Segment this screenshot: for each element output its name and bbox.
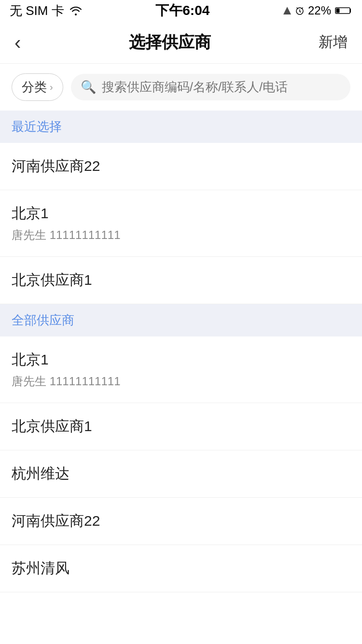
supplier-name: 北京1 [12, 350, 350, 370]
list-item[interactable]: 北京1唐先生 11111111111 [0, 190, 362, 257]
list-item[interactable]: 杭州维达 [0, 450, 362, 498]
back-button[interactable]: ‹ [14, 33, 21, 52]
filter-bar: 分类 › 🔍 [0, 64, 362, 111]
search-icon: 🔍 [81, 80, 96, 95]
all-items-list: 北京1唐先生 11111111111北京供应商1杭州维达河南供应商22苏州清风 [0, 336, 362, 592]
list-item[interactable]: 北京供应商1 [0, 403, 362, 450]
list-item[interactable]: 河南供应商22 [0, 143, 362, 190]
nav-bar: ‹ 选择供应商 新增 [0, 21, 362, 64]
category-button[interactable]: 分类 › [12, 73, 63, 101]
list-item[interactable]: 河南供应商22 [0, 498, 362, 545]
status-right: 22% [283, 4, 352, 17]
list-item[interactable]: 北京1唐先生 11111111111 [0, 336, 362, 403]
status-bar: 无 SIM 卡 下午6:04 22% [0, 0, 362, 21]
wifi-icon [69, 6, 83, 15]
search-input[interactable] [102, 80, 341, 95]
battery-icon [335, 6, 352, 15]
battery-text: 22% [308, 4, 331, 17]
list-item[interactable]: 苏州清风 [0, 545, 362, 592]
recent-items-list: 河南供应商22北京1唐先生 11111111111北京供应商1 [0, 143, 362, 304]
no-sim-text: 无 SIM 卡 [10, 2, 64, 19]
supplier-contact: 唐先生 11111111111 [12, 374, 350, 389]
status-time: 下午6:04 [155, 1, 209, 20]
list-item[interactable]: 北京供应商1 [0, 257, 362, 304]
add-button[interactable]: 新增 [319, 32, 348, 52]
category-arrow-icon: › [50, 82, 53, 93]
supplier-name: 北京1 [12, 204, 350, 224]
status-left: 无 SIM 卡 [10, 2, 83, 19]
supplier-name: 河南供应商22 [12, 511, 350, 531]
search-box: 🔍 [71, 74, 350, 100]
supplier-contact: 唐先生 11111111111 [12, 227, 350, 243]
supplier-name: 杭州维达 [12, 464, 350, 484]
all-section-label: 全部供应商 [12, 313, 74, 327]
category-label: 分类 [22, 79, 47, 96]
svg-rect-2 [336, 9, 339, 13]
recent-section-label: 最近选择 [12, 119, 62, 134]
recent-section-header: 最近选择 [0, 111, 362, 143]
supplier-name: 苏州清风 [12, 559, 350, 578]
location-icon [283, 6, 292, 15]
supplier-name: 河南供应商22 [12, 156, 350, 176]
supplier-name: 北京供应商1 [12, 417, 350, 436]
page-title: 选择供应商 [129, 31, 211, 54]
all-section-header: 全部供应商 [0, 304, 362, 336]
alarm-icon [295, 6, 304, 15]
supplier-name: 北京供应商1 [12, 270, 350, 290]
